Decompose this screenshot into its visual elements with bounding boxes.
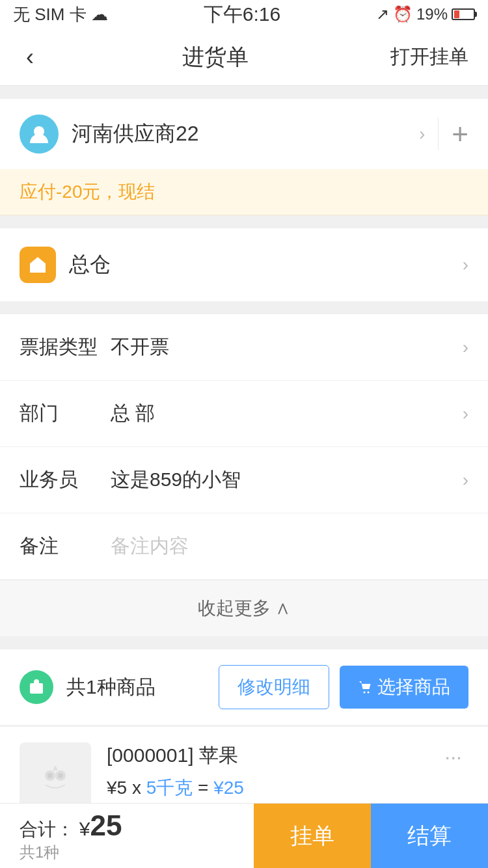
footer-total-label: 合计：	[20, 819, 74, 839]
invoice-type-row[interactable]: 票据类型 不开票 ›	[0, 314, 488, 381]
gap-1	[0, 86, 488, 99]
product-menu-button[interactable]: ···	[438, 742, 468, 772]
footer-total-row: 合计： ¥25	[20, 809, 234, 842]
supplier-avatar	[20, 115, 59, 154]
supplier-alert-banner: 应付-20元，现结	[0, 169, 488, 215]
product-unit-price: ¥5	[107, 778, 127, 798]
svg-rect-2	[30, 683, 43, 694]
product-price: ¥5 x 5千克 = ¥25	[107, 776, 438, 800]
status-time: 下午6:16	[204, 1, 280, 28]
page-title: 进货单	[182, 42, 249, 72]
svg-point-8	[58, 773, 63, 778]
salesperson-value: 这是859的小智	[111, 467, 463, 493]
department-chevron-icon: ›	[463, 403, 468, 424]
gap-2	[0, 215, 488, 228]
select-products-label: 选择商品	[377, 675, 450, 699]
product-total: ¥25	[213, 778, 244, 798]
warehouse-section: 总仓 ›	[0, 228, 488, 301]
product-quantity: 5千克	[146, 778, 193, 798]
products-header: 共1种商品 修改明细 选择商品	[0, 649, 488, 725]
footer-total: 合计： ¥25 共1种	[0, 809, 254, 863]
department-label: 部门	[20, 400, 111, 427]
chevron-right-icon: ›	[419, 124, 425, 144]
product-code: [0000001]	[107, 744, 193, 766]
footer-total-amount: 25	[90, 809, 122, 841]
footer-currency-prefix: ¥	[79, 818, 90, 839]
warehouse-icon	[20, 247, 56, 283]
svg-point-4	[368, 692, 370, 694]
edit-details-button[interactable]: 修改明细	[219, 665, 329, 709]
product-info: [0000001] 苹果 ¥5 x 5千克 = ¥25	[107, 742, 438, 800]
sim-status: 无 SIM 卡 ☁	[13, 3, 108, 26]
supplier-section: 河南供应商22 › + 应付-20元，现结	[0, 99, 488, 215]
svg-point-3	[364, 692, 366, 694]
status-left: 无 SIM 卡 ☁	[13, 3, 108, 26]
location-icon: ↗	[376, 5, 389, 23]
open-pending-button[interactable]: 打开挂单	[390, 44, 468, 70]
settle-button[interactable]: 结算	[371, 804, 488, 869]
battery-icon	[452, 8, 475, 20]
invoice-chevron-icon: ›	[463, 337, 468, 358]
product-multiply: x	[132, 778, 146, 798]
department-value: 总 部	[111, 400, 463, 427]
remark-label: 备注	[20, 533, 111, 560]
footer: 合计： ¥25 共1种 挂单 结算	[0, 803, 488, 868]
supplier-name: 河南供应商22	[72, 120, 419, 148]
add-button[interactable]: +	[438, 118, 468, 150]
svg-point-7	[47, 773, 53, 778]
department-row[interactable]: 部门 总 部 ›	[0, 381, 488, 447]
salesperson-row[interactable]: 业务员 这是859的小智 ›	[0, 447, 488, 513]
invoice-type-label: 票据类型	[20, 334, 111, 360]
remark-input[interactable]: 备注内容	[111, 533, 468, 560]
gap-3	[0, 301, 488, 314]
invoice-type-value: 不开票	[111, 334, 463, 360]
salesperson-label: 业务员	[20, 467, 111, 493]
battery-percent: 19%	[416, 5, 448, 23]
svg-marker-9	[53, 765, 58, 770]
warehouse-name: 总仓	[69, 251, 463, 279]
products-icon	[20, 670, 53, 704]
nav-bar: ‹ 进货单 打开挂单	[0, 29, 488, 86]
product-title: 苹果	[199, 744, 238, 766]
product-name: [0000001] 苹果	[107, 742, 438, 769]
status-right: ↗ ⏰ 19%	[376, 5, 475, 23]
form-section: 票据类型 不开票 › 部门 总 部 › 业务员 这是859的小智 › 备注 备注…	[0, 314, 488, 636]
svg-rect-1	[34, 266, 41, 273]
warehouse-row[interactable]: 总仓 ›	[0, 228, 488, 301]
collapse-button[interactable]: 收起更多 ∧	[0, 580, 488, 636]
alarm-icon: ⏰	[393, 5, 413, 23]
product-equals: =	[198, 778, 213, 798]
select-products-button[interactable]: 选择商品	[340, 666, 468, 709]
footer-count: 共1种	[20, 842, 234, 863]
cart-icon	[358, 680, 372, 694]
supplier-row[interactable]: 河南供应商22 › +	[0, 99, 488, 169]
warehouse-chevron-icon: ›	[463, 254, 468, 275]
pending-button[interactable]: 挂单	[254, 804, 371, 869]
remark-row[interactable]: 备注 备注内容	[0, 513, 488, 580]
salesperson-chevron-icon: ›	[463, 470, 468, 491]
back-button[interactable]: ‹	[20, 37, 40, 77]
product-count-text: 共1种商品	[66, 674, 219, 701]
status-bar: 无 SIM 卡 ☁ 下午6:16 ↗ ⏰ 19%	[0, 0, 488, 29]
